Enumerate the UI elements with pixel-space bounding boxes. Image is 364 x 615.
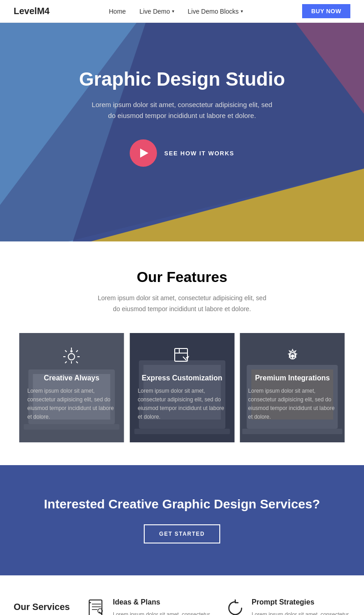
feature-card-express-text: Lorem ipsum dolor sit amet, consectetur … <box>138 387 227 422</box>
feature-card-premium-text: Lorem ipsum dolor sit amet, consectetur … <box>248 387 337 422</box>
feature-card-creative-content: Creative Always Lorem ipsum dolor sit am… <box>18 333 125 442</box>
service-ideas-text: Lorem ipsum dolor sit amet, consectetur … <box>113 610 212 615</box>
nav-item-home[interactable]: Home <box>109 7 126 15</box>
premium-icon <box>283 347 302 368</box>
cta-title: Interested Creative Graphic Design Servi… <box>18 497 346 512</box>
get-started-button[interactable]: GET STARTED <box>144 524 220 543</box>
feature-card-express-content: Express Customization Lorem ipsum dolor … <box>129 333 236 442</box>
features-cards: Creative Always Lorem ipsum dolor sit am… <box>18 333 346 442</box>
features-section: Our Features Lorem ipsum dolor sit amet,… <box>0 241 364 465</box>
see-how-label: SEE HOW IT WORKS <box>164 150 234 157</box>
svg-line-17 <box>65 361 67 363</box>
service-item-strategies: Prompt Strategies Lorem ipsum dolor sit … <box>225 598 350 615</box>
nav-item-live-demo[interactable]: Live Demo <box>140 8 174 15</box>
hero-content: Graphic Design Studio Lorem ipsum dolor … <box>0 23 364 167</box>
services-inner: Our Services Ideas & Plans <box>14 598 350 615</box>
svg-line-16 <box>76 350 78 352</box>
services-grid: Ideas & Plans Lorem ipsum dolor sit amet… <box>86 598 350 615</box>
navbar: LevelM4 Home Live Demo Live Demo Blocks … <box>0 0 364 23</box>
service-ideas-title: Ideas & Plans <box>113 598 212 606</box>
hero-actions: SEE HOW IT WORKS <box>0 139 364 167</box>
hero-subtitle: Lorem ipsum dolor sit amet, consectetur … <box>91 99 273 121</box>
cta-section: Interested Creative Graphic Design Servi… <box>0 465 364 575</box>
svg-line-28 <box>183 357 187 360</box>
play-icon <box>140 149 148 158</box>
express-icon <box>173 347 191 368</box>
svg-line-18 <box>76 361 78 363</box>
brand-logo[interactable]: LevelM4 <box>14 6 50 16</box>
feature-card-premium-content: Premium Integrations Lorem ipsum dolor s… <box>239 333 346 442</box>
play-button[interactable] <box>130 139 157 167</box>
feature-card-premium-title: Premium Integrations <box>255 374 329 382</box>
nav-links: Home Live Demo Live Demo Blocks <box>109 7 243 15</box>
service-ideas-content: Ideas & Plans Lorem ipsum dolor sit amet… <box>113 598 212 615</box>
strategies-icon <box>225 598 245 615</box>
nav-item-live-demo-blocks[interactable]: Live Demo Blocks <box>188 8 243 15</box>
feature-card-express: Express Customization Lorem ipsum dolor … <box>129 333 236 442</box>
feature-card-premium: Premium Integrations Lorem ipsum dolor s… <box>239 333 346 442</box>
creative-icon <box>62 347 81 368</box>
service-item-ideas: Ideas & Plans Lorem ipsum dolor sit amet… <box>86 598 212 615</box>
service-strategies-title: Prompt Strategies <box>252 598 350 606</box>
services-label: Our Services <box>14 598 86 612</box>
buy-now-button[interactable]: BUY NOW <box>302 4 350 18</box>
svg-point-10 <box>68 354 75 360</box>
service-strategies-content: Prompt Strategies Lorem ipsum dolor sit … <box>252 598 350 615</box>
feature-card-creative-text: Lorem ipsum dolor sit amet, consectetur … <box>27 387 116 422</box>
feature-card-express-title: Express Customization <box>142 374 222 382</box>
ideas-icon <box>86 598 106 615</box>
hero-title: Graphic Design Studio <box>0 68 364 90</box>
svg-point-19 <box>71 350 73 352</box>
features-subtitle: Lorem ipsum dolor sit amet, consectetur … <box>96 293 268 315</box>
hero-section: Graphic Design Studio Lorem ipsum dolor … <box>0 23 364 241</box>
feature-card-creative: Creative Always Lorem ipsum dolor sit am… <box>18 333 125 442</box>
svg-line-15 <box>65 350 67 352</box>
service-strategies-text: Lorem ipsum dolor sit amet, consectetur … <box>252 610 350 615</box>
feature-card-creative-title: Creative Always <box>44 374 99 382</box>
services-section: Our Services Ideas & Plans <box>0 575 364 615</box>
features-title: Our Features <box>18 269 346 286</box>
